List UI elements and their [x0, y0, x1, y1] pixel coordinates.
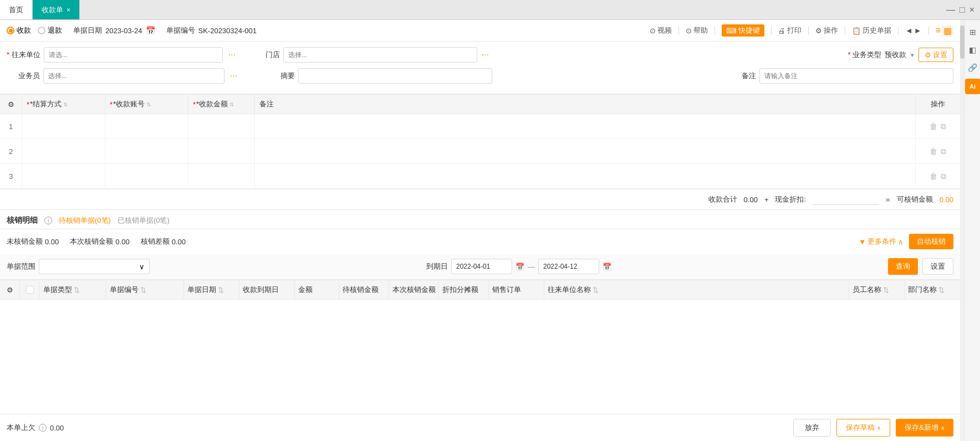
sort-staff-icon[interactable]: ⇅ — [883, 286, 889, 294]
note-input[interactable] — [759, 68, 953, 84]
copy-icon[interactable]: ⧉ — [941, 122, 946, 131]
sort-type-icon[interactable]: ⇅ — [74, 286, 80, 294]
view-list-icon[interactable]: ≡ — [936, 25, 941, 36]
date-calendar-icon[interactable]: 📅 — [146, 26, 155, 35]
sidebar-icon-link[interactable]: 🔗 — [966, 61, 979, 74]
checkbox-all[interactable] — [26, 286, 34, 294]
table-settings-button[interactable]: 设置 — [922, 258, 953, 275]
nav-prev-icon[interactable]: ◄ — [905, 26, 913, 35]
operation-icon: ⚙ — [815, 27, 822, 35]
footer: 本单上欠 i 0.00 放弃 保存草稿 ∧ 保存&新增 ∧ — [0, 414, 960, 441]
copy-icon[interactable]: ⧉ — [941, 172, 946, 181]
total-value: 0.00 — [744, 196, 758, 204]
shortcut-button[interactable]: ⌨ 快捷键 — [722, 24, 764, 37]
td-row2-amount[interactable] — [188, 139, 255, 163]
sort-method-icon[interactable]: ⇅ — [63, 101, 68, 107]
required-star2: * — [110, 100, 113, 109]
staff-more-icon[interactable]: ··· — [228, 71, 239, 81]
maximize-button[interactable]: □ — [959, 5, 965, 15]
staff-input[interactable] — [43, 68, 224, 84]
query-button[interactable]: 查询 — [888, 258, 918, 275]
info-icon[interactable]: i — [44, 217, 52, 224]
view-card-icon[interactable]: ▦ — [942, 25, 953, 36]
calendar-to-icon[interactable]: 📅 — [603, 263, 611, 271]
sort-amount-icon[interactable]: ⇅ — [229, 101, 234, 107]
radio-receipt[interactable]: 收款 — [7, 25, 31, 35]
bth-check[interactable] — [20, 281, 40, 298]
store-input[interactable] — [283, 47, 477, 63]
sort-dept-icon[interactable]: ⇅ — [938, 286, 945, 294]
td-row1-method[interactable] — [22, 114, 105, 139]
partner-more-icon[interactable]: ··· — [226, 50, 238, 60]
print-button[interactable]: 🖨 打印 — [778, 25, 802, 35]
td-row1-amount[interactable] — [188, 114, 255, 139]
operation-button[interactable]: ⚙ 操作 — [815, 25, 838, 35]
pending-tab[interactable]: 待核销单据(0笔) — [59, 216, 111, 225]
partner-input[interactable] — [44, 47, 223, 63]
summary-input[interactable] — [298, 68, 492, 84]
td-row3-account[interactable] — [105, 164, 188, 188]
save-new-button[interactable]: 保存&新增 ∧ — [896, 419, 953, 437]
window-close-button[interactable]: × — [969, 5, 974, 15]
delete-icon[interactable]: 🗑 — [930, 122, 937, 131]
more-conditions-button[interactable]: ▼ 更多条件 ∧ — [859, 237, 904, 247]
view-buttons: ≡ ▦ — [936, 25, 953, 36]
sidebar-icon-table[interactable]: ⊞ — [966, 25, 979, 39]
td-row2-remark[interactable] — [255, 139, 916, 163]
auto-offset-button[interactable]: 自动核销 — [909, 234, 953, 249]
calendar-from-icon[interactable]: 📅 — [515, 263, 524, 271]
td-row2-method[interactable] — [22, 139, 105, 163]
sort-num-icon[interactable]: ⇅ — [140, 286, 146, 294]
date-from-input[interactable] — [451, 259, 512, 274]
delete-icon[interactable]: 🗑 — [930, 147, 937, 156]
sidebar-icon-panel[interactable]: ◧ — [966, 43, 979, 57]
delete-icon[interactable]: 🗑 — [930, 172, 937, 181]
td-row3-method[interactable] — [22, 164, 105, 188]
close-icon[interactable]: × — [67, 6, 70, 14]
receipt-table: ⚙ * *结算方式 ⇅ * *收款账号 ⇅ * *收款金额 ⇅ — [0, 94, 960, 189]
scroll-thumb[interactable] — [960, 25, 964, 59]
video-button[interactable]: ⊙ 视频 — [650, 25, 672, 35]
number-label: 单据编号 — [166, 25, 195, 35]
td-row1-account[interactable] — [105, 114, 188, 139]
tab-receipt[interactable]: 收款单 × — [33, 0, 80, 19]
history-button[interactable]: 📋 历史单据 — [852, 25, 891, 35]
radio-refund[interactable]: 退款 — [38, 25, 62, 35]
copy-icon[interactable]: ⧉ — [941, 147, 946, 156]
staff-label: 业务员 — [7, 71, 40, 81]
store-more-icon[interactable]: ··· — [479, 50, 491, 60]
minimize-button[interactable]: — — [946, 5, 955, 15]
date-to-input[interactable] — [538, 259, 599, 274]
save-draft-button[interactable]: 保存草稿 ∧ — [836, 419, 890, 437]
nav-next-icon[interactable]: ► — [914, 26, 922, 35]
td-row2-account[interactable] — [105, 139, 188, 163]
tab-home[interactable]: 首页 — [0, 0, 33, 19]
business-type-chevron-icon[interactable]: ▼ — [910, 52, 915, 58]
stats-row: 未核销金额 0.00 本次核销金额 0.00 核销差额 0.00 ▼ 更多条件 … — [0, 229, 960, 254]
scroll-track[interactable] — [960, 20, 964, 441]
discount-input[interactable] — [813, 194, 879, 205]
td-row1-remark[interactable] — [255, 114, 916, 139]
discard-button[interactable]: 放弃 — [793, 419, 831, 437]
bth-staff: 员工名称 ⇅ — [849, 280, 905, 299]
settings-button[interactable]: ⚙ 设置 — [918, 48, 953, 62]
sidebar-icon-ai[interactable]: Ai — [965, 79, 981, 94]
footer-info-icon[interactable]: i — [39, 424, 47, 432]
range-select[interactable]: ∨ — [39, 259, 150, 274]
date-field: 单据日期 2023-03-24 📅 — [73, 25, 155, 35]
th-method: * *结算方式 ⇅ — [22, 95, 105, 114]
sort-partner-icon[interactable]: ⇅ — [593, 286, 599, 294]
range-field: 单据范围 ∨ — [7, 259, 150, 274]
filter-row: 单据范围 ∨ 到期日 📅 — 📅 查询 设置 — [0, 254, 960, 280]
td-row3-remark[interactable] — [255, 164, 916, 188]
net-label: 可核销金额 — [897, 194, 933, 204]
sort-date-icon[interactable]: ⇅ — [218, 286, 224, 294]
verified-tab[interactable]: 已核销单据(0笔) — [118, 216, 170, 225]
th-settings[interactable]: ⚙ — [0, 96, 22, 113]
sort-account-icon[interactable]: ⇅ — [146, 101, 151, 107]
radio-refund-circle — [38, 27, 45, 34]
td-row3-amount[interactable] — [188, 164, 255, 188]
help-button[interactable]: ⊙ 帮助 — [686, 25, 708, 35]
filter-icon: ▼ — [859, 238, 866, 246]
bth-settings[interactable]: ⚙ — [0, 281, 20, 299]
